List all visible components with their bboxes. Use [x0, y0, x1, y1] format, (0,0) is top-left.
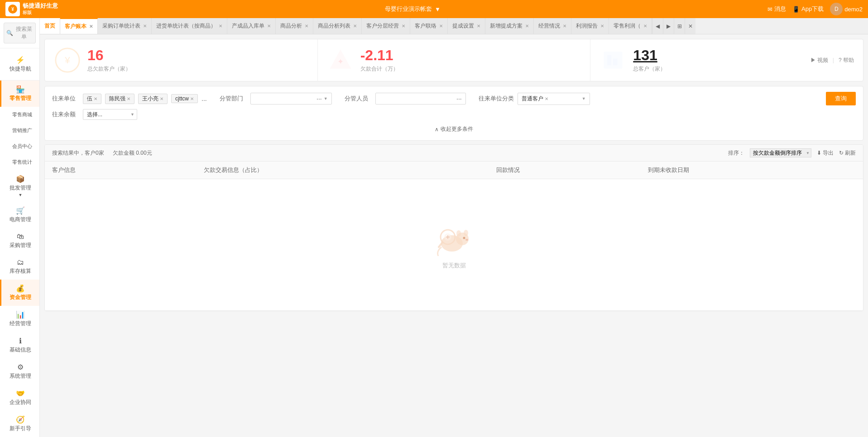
- tab-close-icon[interactable]: ✕: [600, 24, 604, 28]
- tag-wang-close[interactable]: ✕: [160, 96, 163, 101]
- balance-select-wrap[interactable]: 选择...: [83, 109, 137, 120]
- tab-incoming-stats-label: 进货单统计表（按商品）: [156, 22, 216, 30]
- search-menu-btn[interactable]: 🔍 搜索菜单: [4, 23, 36, 43]
- purchase-icon: 🛍: [17, 233, 24, 241]
- col-due-date: 到期未收款日期: [641, 162, 863, 179]
- sidebar-item-ecommerce[interactable]: 🛒 电商管理: [0, 202, 39, 228]
- tab-product-inbound[interactable]: 产成品入库单 ✕: [227, 18, 276, 34]
- export-btn[interactable]: ⬇ 导出: [817, 149, 834, 157]
- sidebar-item-retail-stats[interactable]: 零售统计: [0, 154, 39, 170]
- normal-customer-text: 普通客户: [522, 95, 543, 103]
- workspace-dropdown-icon[interactable]: ▼: [435, 6, 441, 13]
- tab-business[interactable]: 经营情况 ✕: [534, 18, 571, 34]
- balance-filter-label: 往来余额: [52, 110, 79, 119]
- tab-close-icon[interactable]: ✕: [477, 24, 480, 28]
- tab-close-icon[interactable]: ✕: [143, 24, 147, 28]
- filter-tag-cjttcw[interactable]: cjttcw ✕: [171, 94, 198, 103]
- tag-wu-close[interactable]: ✕: [94, 96, 97, 101]
- top-bar: ¥ 畅捷通好生意 标版 母婴行业演示帐套 ▼ ✉ 消息 📱 App下载 D de…: [0, 0, 868, 18]
- tab-product-analysis[interactable]: 商品分析 ✕: [276, 18, 313, 34]
- sort-select-wrap[interactable]: 按欠款金额倒序排序: [750, 148, 811, 157]
- tab-new-commission[interactable]: 新增提成方案 ✕: [485, 18, 534, 34]
- filter-more-tags[interactable]: ...: [201, 95, 207, 102]
- person-dots-icon[interactable]: ···: [456, 95, 462, 102]
- debt-bg-icon: ✦: [327, 47, 354, 74]
- tab-close-icon[interactable]: ✕: [525, 24, 529, 28]
- tab-close-icon[interactable]: ✕: [305, 24, 308, 28]
- tab-commission-setting[interactable]: 提成设置 ✕: [448, 18, 485, 34]
- collapse-filter-btn[interactable]: ∧ 收起更多条件: [429, 124, 479, 135]
- tab-bar: 首页 客户账本 ✕ 采购订单统计表 ✕ 进货单统计表（按商品） ✕ 产成品入库单…: [40, 18, 868, 34]
- refresh-btn[interactable]: ↻ 刷新: [839, 149, 856, 157]
- tag-cjttcw-close[interactable]: ✕: [190, 96, 194, 101]
- sidebar-item-retail[interactable]: 🏪 零售管理: [0, 81, 39, 107]
- sidebar-item-finance[interactable]: 💰 资金管理: [0, 280, 39, 306]
- app-download-btn[interactable]: 📱 App下载: [792, 5, 824, 13]
- filter-tag-normal-customer[interactable]: 普通客户 ✕: [522, 95, 548, 103]
- empty-icon: [432, 220, 477, 256]
- tab-close-all-btn[interactable]: ✕: [685, 18, 695, 34]
- tab-customer-layered[interactable]: 客户分层经营 ✕: [362, 18, 410, 34]
- normal-customer-close[interactable]: ✕: [545, 96, 548, 101]
- sidebar-item-enterprise[interactable]: 🤝 企业协同: [0, 385, 39, 411]
- filter-tag-wang[interactable]: 王小亮 ✕: [138, 94, 168, 104]
- tab-customer-contact[interactable]: 客户联络 ✕: [410, 18, 448, 34]
- tab-customer-ledger[interactable]: 客户账本 ✕: [60, 18, 98, 34]
- sidebar-item-basic-info[interactable]: ℹ 基础信息: [0, 332, 39, 358]
- tab-close-icon[interactable]: ✕: [89, 24, 93, 29]
- person-input[interactable]: ···: [375, 93, 466, 104]
- sidebar-item-purchase[interactable]: 🛍 采购管理: [0, 228, 39, 254]
- tab-incoming-stats[interactable]: 进货单统计表（按商品） ✕: [152, 18, 227, 34]
- help-btn[interactable]: ? 帮助: [839, 57, 854, 64]
- tab-product-analysis-list-label: 商品分析列表: [318, 22, 350, 30]
- tab-close-icon[interactable]: ✕: [219, 24, 222, 28]
- sidebar-item-operations[interactable]: 📊 经营管理: [0, 306, 39, 332]
- result-info: 搜索结果中，客户0家 欠款金额 0.00元: [52, 149, 152, 157]
- tab-expand-btn[interactable]: ⊞: [674, 18, 685, 34]
- query-button[interactable]: 查询: [826, 92, 856, 105]
- sidebar-item-sys-mgmt[interactable]: ⚙ 系统管理: [0, 358, 39, 385]
- unit-type-input[interactable]: 普通客户 ✕ ▼: [518, 93, 590, 105]
- tab-close-icon[interactable]: ✕: [353, 24, 357, 28]
- sidebar-item-quick-nav[interactable]: ⚡ 快捷导航: [0, 51, 39, 77]
- tab-prev-btn[interactable]: ◀: [652, 18, 663, 34]
- sys-label: 系统管理: [10, 372, 31, 380]
- balance-select[interactable]: 选择...: [83, 109, 137, 120]
- logo-sub: 标版: [23, 10, 58, 16]
- export-label: 导出: [823, 149, 834, 157]
- tab-retail-profit[interactable]: 零售利润（ ✕: [609, 18, 652, 34]
- tab-close-icon[interactable]: ✕: [402, 24, 405, 28]
- tab-close-icon[interactable]: ✕: [267, 24, 271, 28]
- video-btn[interactable]: ▶ 视频: [810, 57, 828, 64]
- filter-tag-chen[interactable]: 陈民强 ✕: [105, 94, 134, 104]
- sort-select[interactable]: 按欠款金额倒序排序: [750, 148, 811, 157]
- tab-product-analysis-list[interactable]: 商品分析列表 ✕: [313, 18, 362, 34]
- sidebar-item-wholesale[interactable]: 📦 批发管理 ▼: [0, 170, 39, 202]
- tab-profit-report-label: 利润报告: [576, 22, 598, 30]
- sidebar-item-member[interactable]: 会员中心: [0, 138, 39, 154]
- tab-profit-report[interactable]: 利润报告 ✕: [571, 18, 609, 34]
- workspace-selector[interactable]: 母婴行业演示帐套 ▼: [385, 5, 441, 13]
- tab-next-btn[interactable]: ▶: [663, 18, 674, 34]
- messages-btn[interactable]: ✉ 消息: [767, 5, 786, 13]
- sidebar-item-inventory[interactable]: 🗂 库存核算: [0, 254, 39, 280]
- sidebar-item-guide[interactable]: 🧭 新手引导: [0, 411, 39, 437]
- sidebar-item-retail-mall[interactable]: 零售商城: [0, 107, 39, 123]
- tab-close-icon[interactable]: ✕: [643, 24, 647, 28]
- tab-home[interactable]: 首页: [40, 18, 60, 34]
- debt-text: -2.11 欠款合计（万）: [360, 48, 581, 73]
- svg-point-11: [464, 230, 468, 236]
- tab-close-icon[interactable]: ✕: [563, 24, 566, 28]
- tab-purchase-stats[interactable]: 采购订单统计表 ✕: [98, 18, 152, 34]
- filter-tag-wu[interactable]: 伍 ✕: [83, 94, 101, 104]
- dept-dropdown-icon[interactable]: ▼: [324, 96, 328, 101]
- tag-chen-close[interactable]: ✕: [127, 96, 130, 101]
- sidebar-item-marketing[interactable]: 营销推广: [0, 123, 39, 138]
- dept-dots-icon[interactable]: ···: [317, 95, 322, 102]
- purchase-label: 采购管理: [10, 242, 31, 249]
- user-menu[interactable]: D demo2: [830, 3, 863, 15]
- tab-close-icon[interactable]: ✕: [439, 24, 443, 28]
- dept-input[interactable]: ··· ▼: [250, 93, 332, 104]
- enterprise-icon: 🤝: [16, 389, 25, 398]
- unit-type-dropdown-icon[interactable]: ▼: [582, 96, 586, 101]
